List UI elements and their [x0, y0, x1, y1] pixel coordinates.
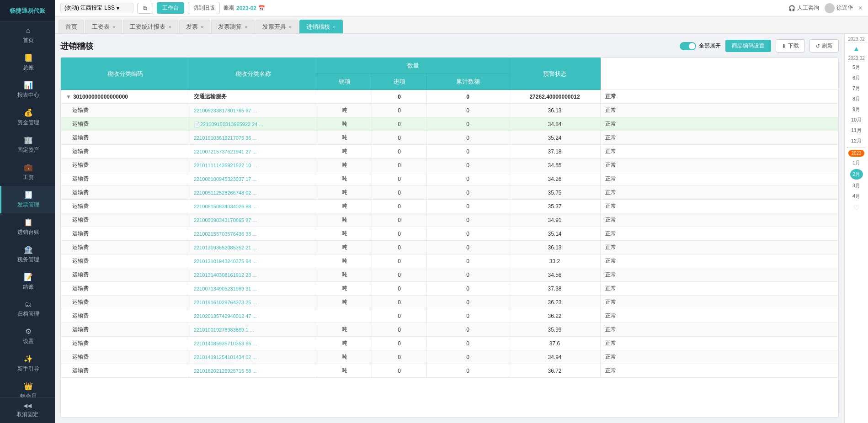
table-row: 运输费221014191254101434 02 ...吨0034.94正常: [61, 350, 838, 364]
sidebar-item-payroll[interactable]: 💼 工资: [0, 159, 55, 186]
right-panel-month-6[interactable]: 6月: [845, 73, 868, 83]
col-purchase: 进项: [372, 74, 427, 90]
page-title: 进销稽核: [60, 41, 93, 52]
tab-payroll-stats[interactable]: 工资统计报表 ×: [123, 20, 178, 33]
sidebar: 畅捷通易代账 ⌂ 首页 📒 总账 📊 报表中心 💰 资金管理 🏢 固定资产 💼 …: [0, 0, 55, 423]
topbar-right: 🎧 人工咨询 徐逞华 ×: [788, 3, 863, 13]
scroll-up-arrow[interactable]: ▲: [851, 43, 862, 55]
copy-button[interactable]: ⧉: [137, 3, 153, 14]
sidebar-item-invoice-mgmt[interactable]: 🧾 发票管理: [0, 186, 55, 213]
right-panel-month-11[interactable]: 11月: [845, 125, 868, 136]
tab-invoice-calc-close[interactable]: ×: [245, 24, 247, 30]
tab-invoice-calc[interactable]: 发票测算 ×: [211, 20, 254, 33]
page-actions: 全部展开 商品编码设置 ⬇ 下载 ↺ 刷新: [680, 39, 839, 53]
sidebar-item-settings[interactable]: ⚙ 设置: [0, 323, 55, 350]
content-area: 进销稽核 全部展开 商品编码设置 ⬇ 下载 ↺ 刷: [55, 34, 844, 423]
table-row: 运输费221013101943240375 94 ...吨0033.2正常: [61, 254, 838, 268]
tab-invoice[interactable]: 发票 ×: [179, 20, 210, 33]
table-row: 运输费 📄221009150313965922 24 ...吨0034.84正常: [61, 117, 838, 131]
table-row: 运输费221020135742940012 47 ...0036.22正常: [61, 309, 838, 323]
col-cumulative: 累计数额: [427, 74, 509, 90]
download-button[interactable]: ⬇ 下载: [776, 39, 805, 53]
table-row: 运输费221013140308161912 23 ...吨0034.56正常: [61, 268, 838, 282]
tab-sales-check-close[interactable]: ×: [333, 24, 335, 30]
right-panel-month-3[interactable]: 3月: [845, 180, 868, 191]
tabbar: 首页 工资表 × 工资统计报表 × 发票 × 发票测算 × 发票开具 × 进销稽…: [55, 16, 868, 34]
period-info: 账期 2023-02 📅: [224, 4, 265, 12]
table-row: 运输费221006150834034026 88 ...吨0035.37正常: [61, 200, 838, 213]
right-panel-month-4[interactable]: 4月: [845, 191, 868, 201]
sidebar-item-assets[interactable]: 🏢 固定资产: [0, 131, 55, 159]
right-panel-month-10[interactable]: 10月: [845, 115, 868, 125]
right-panel-month-1[interactable]: 1月: [845, 158, 868, 168]
sidebar-item-sales-ledger[interactable]: 📋 进销台账: [0, 213, 55, 241]
right-panel-month-5[interactable]: 5月: [845, 62, 868, 73]
table-row: 运输费221007134905231969 31 ...吨0037.38正常: [61, 282, 838, 296]
tab-invoice-open[interactable]: 发票开具 ×: [256, 20, 298, 33]
right-panel: 2023.02 ▲ 2023.02 5月 6月 7月 8月 9月 10月 11月…: [844, 34, 868, 423]
sidebar-item-settlement[interactable]: 📝 结账: [0, 268, 55, 296]
expand-toggle[interactable]: 全部展开: [680, 42, 721, 50]
tax-icon: 🏦: [24, 245, 33, 254]
user-info[interactable]: 徐逞华: [825, 3, 853, 13]
right-panel-year-2023-02: 2023.02: [845, 36, 868, 43]
tab-payroll[interactable]: 工资表 ×: [85, 20, 122, 33]
table-row: 运输费221019161029764373 25 ...吨0036.23正常: [61, 296, 838, 309]
refresh-button[interactable]: ↺ 刷新: [809, 39, 839, 53]
tab-payroll-close[interactable]: ×: [112, 24, 115, 30]
sidebar-item-guide[interactable]: ✨ 新手引导: [0, 350, 55, 377]
sidebar-nav: ⌂ 首页 📒 总账 📊 报表中心 💰 资金管理 🏢 固定资产 💼 工资 🧾 发票…: [0, 22, 55, 397]
tab-sales-check[interactable]: 进销稽核 ×: [299, 20, 342, 33]
right-panel-month-2-active[interactable]: 2月: [850, 169, 863, 180]
chevron-down-icon: ▾: [117, 5, 119, 11]
settings-icon: ⚙: [25, 327, 32, 336]
table-row: 运输费221007215737621941 27 ...吨0037.18正常: [61, 145, 838, 159]
sidebar-item-home[interactable]: ⌂ 首页: [0, 22, 55, 49]
archive-icon: 🗂: [25, 300, 32, 308]
payroll-icon: 💼: [24, 163, 33, 172]
table-row: 运输费221008100945323037 17 ...吨0034.26正常: [61, 172, 838, 186]
unpin-button[interactable]: ◀◀ 取消固定: [0, 397, 55, 423]
tab-invoice-open-close[interactable]: ×: [289, 24, 292, 30]
company-selector[interactable]: (勿动) 江西报宝-LSS ▾: [60, 3, 133, 13]
heart-icon[interactable]: ♡: [852, 201, 862, 214]
invoice-icon: 🧾: [24, 190, 33, 199]
settings-button[interactable]: 商品编码设置: [725, 40, 771, 52]
tab-home[interactable]: 首页: [59, 20, 84, 33]
table-row: 运输费221005112528266748 02 ...吨0035.75正常: [61, 186, 838, 200]
table-row: 运输费221014085935710353 66 ...吨0037.6正常: [61, 337, 838, 350]
sidebar-item-tax[interactable]: 🏦 税务管理: [0, 241, 55, 268]
tab-invoice-close[interactable]: ×: [201, 24, 203, 30]
workbench-button[interactable]: 工作台: [157, 2, 184, 14]
sidebar-item-archive[interactable]: 🗂 归档管理: [0, 296, 55, 323]
sidebar-item-funds[interactable]: 💰 资金管理: [0, 104, 55, 131]
table-row: 运输费221018202126925715 58 ...吨0036.72正常: [61, 364, 838, 378]
col-tax-name: 税收分类名称: [189, 58, 317, 90]
sidebar-item-member[interactable]: 👑 畅会员: [0, 377, 55, 397]
switch-version-button[interactable]: 切到旧版: [188, 2, 220, 14]
sales-ledger-icon: 📋: [24, 218, 33, 227]
table-row: 运输费221010019278983869 1 ...吨0035.99正常: [61, 323, 838, 337]
user-avatar: [825, 3, 835, 13]
right-panel-year-2023-badge[interactable]: 2023: [848, 150, 864, 157]
right-panel-year-prev: 2023.02: [845, 55, 868, 62]
download-icon: ⬇: [782, 43, 786, 49]
right-panel-month-12[interactable]: 12月: [845, 136, 868, 146]
toggle-track[interactable]: [680, 42, 696, 50]
main-table-container: 税收分类编码 税收分类名称 数量 预警状态 销项 进项 累计数额 ▼301000…: [60, 57, 839, 418]
right-panel-month-7[interactable]: 7月: [845, 83, 868, 94]
sidebar-item-reports[interactable]: 📊 报表中心: [0, 76, 55, 104]
right-panel-month-9[interactable]: 9月: [845, 104, 868, 115]
panel-divider: [847, 147, 866, 148]
topbar-close-button[interactable]: ×: [858, 4, 863, 12]
sidebar-item-ledger[interactable]: 📒 总账: [0, 49, 55, 76]
home-icon: ⌂: [26, 26, 31, 35]
calendar-icon[interactable]: 📅: [258, 5, 265, 11]
tab-payroll-stats-close[interactable]: ×: [168, 24, 171, 30]
right-panel-month-8[interactable]: 8月: [845, 94, 868, 104]
refresh-icon: ↺: [815, 43, 820, 49]
col-sales: 销项: [317, 74, 372, 90]
ledger-icon: 📒: [24, 53, 33, 62]
support-link[interactable]: 🎧 人工咨询: [788, 4, 819, 12]
col-status: 预警状态: [509, 58, 601, 90]
